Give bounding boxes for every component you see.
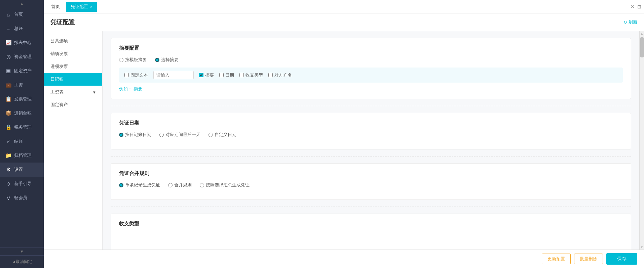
- checkbox-counterpart[interactable]: 对方户名: [268, 72, 292, 78]
- settings-icon: ⚙: [5, 167, 11, 173]
- nav-item-purchase-invoice[interactable]: 进项发票: [44, 60, 102, 73]
- refresh-icon: ↻: [623, 20, 627, 25]
- checkbox-summary[interactable]: 摘要: [199, 72, 214, 78]
- arrow-right-icon: ▾: [93, 90, 96, 95]
- checkbox-summary-input[interactable]: [199, 73, 203, 77]
- update-preview-btn[interactable]: 更新预置: [542, 254, 571, 264]
- save-btn[interactable]: 保存: [606, 253, 637, 265]
- sidebar-item-vip[interactable]: V 畅会员: [0, 191, 44, 205]
- fixed-text-input[interactable]: [153, 71, 194, 79]
- sidebar: ▲ ⌂ 首页 ≡ 总账 📈 报表中心 ◎ 资金管理 ▣ 固定资产 💼 工资 📋 …: [0, 0, 44, 268]
- merge-rules-radio-group: 单条记录生成凭证 合并规则 按照选择汇总生成凭证: [119, 182, 623, 188]
- nav-item-journal[interactable]: 日记账: [44, 73, 102, 86]
- summary-config-title: 摘要配置: [119, 45, 623, 51]
- left-nav: 公共选项 销项发票 进项发票 日记账 工资表 ▾ 固定资产: [44, 31, 103, 250]
- radio-last-day[interactable]: 对应期间最后一天: [159, 132, 200, 138]
- merge-rules-section: 凭证合并规则 单条记录生成凭证 合并规则 按照选择汇总生成凭证: [111, 163, 631, 200]
- checkbox-row: 固定文本 摘要 日期 收支类型: [119, 68, 623, 83]
- tax-icon: 🔒: [5, 124, 11, 130]
- sidebar-item-archive[interactable]: 📁 归档管理: [0, 148, 44, 163]
- example-text: 例如： 摘要: [119, 86, 623, 92]
- tab-close-btn[interactable]: ×: [90, 5, 92, 9]
- sidebar-item-report[interactable]: 📈 报表中心: [0, 36, 44, 50]
- sidebar-item-purchase-sale[interactable]: 📦 进销台账: [0, 106, 44, 120]
- nav-item-public[interactable]: 公共选项: [44, 35, 102, 47]
- scroll-down-arrow[interactable]: ▼: [640, 245, 644, 250]
- summary-config-section: 摘要配置 按模板摘要 选择摘要: [111, 38, 631, 99]
- fund-icon: ◎: [5, 54, 11, 60]
- divider-1: [111, 106, 631, 106]
- right-content: 摘要配置 按模板摘要 选择摘要: [103, 31, 639, 250]
- radio-journal-date-input[interactable]: [119, 133, 123, 137]
- main-area: 首页 凭证配置 × ✕ ⊡ 凭证配置 ↻ 刷新 公共选项 销项发票 进: [44, 0, 644, 268]
- scroll-thumb[interactable]: [640, 37, 644, 57]
- batch-delete-btn[interactable]: 批量删除: [574, 254, 603, 264]
- sidebar-item-settings[interactable]: ⚙ 设置: [0, 163, 44, 177]
- sidebar-scroll-down[interactable]: ▼: [0, 248, 44, 255]
- radio-select-summary-input[interactable]: [200, 183, 204, 187]
- guide-icon: ◇: [5, 181, 11, 187]
- closing-icon: ✓: [5, 138, 11, 144]
- radio-merge-input[interactable]: [168, 183, 173, 187]
- checkbox-fixed-text-input[interactable]: [124, 73, 129, 77]
- report-icon: 📈: [5, 40, 11, 46]
- radio-select[interactable]: 选择摘要: [155, 57, 179, 63]
- sidebar-item-closing[interactable]: ✓ 结账: [0, 134, 44, 148]
- divider-3: [111, 207, 631, 207]
- page-header: 凭证配置 ↻ 刷新: [44, 13, 644, 31]
- radio-last-day-input[interactable]: [159, 133, 164, 137]
- scroll-up-arrow[interactable]: ▲: [640, 31, 644, 36]
- checkbox-fixed-text[interactable]: 固定文本: [124, 72, 148, 78]
- sidebar-item-guide[interactable]: ◇ 新手引导: [0, 177, 44, 191]
- ledger-icon: ≡: [5, 26, 11, 32]
- radio-merge[interactable]: 合并规则: [168, 182, 192, 188]
- window-close-btn[interactable]: ✕: [631, 4, 635, 9]
- tab-actions: ✕ ⊡: [631, 4, 641, 9]
- refresh-btn[interactable]: ↻ 刷新: [623, 19, 637, 25]
- income-type-section: 收支类型: [111, 214, 631, 250]
- radio-single-input[interactable]: [119, 183, 123, 187]
- radio-template-input[interactable]: [119, 58, 123, 62]
- voucher-date-title: 凭证日期: [119, 120, 623, 126]
- sidebar-scroll-up[interactable]: ▲: [0, 0, 44, 7]
- purchase-sale-icon: 📦: [5, 110, 11, 116]
- income-type-title: 收支类型: [119, 221, 623, 227]
- nav-item-payroll[interactable]: 工资表 ▾: [44, 86, 102, 98]
- cancel-fixed-btn[interactable]: ◄ 取消固定: [0, 255, 44, 268]
- sidebar-item-invoice-mgmt[interactable]: 📋 发票管理: [0, 92, 44, 106]
- merge-rules-title: 凭证合并规则: [119, 170, 623, 177]
- radio-select-summary[interactable]: 按照选择汇总生成凭证: [200, 182, 250, 188]
- vip-icon: V: [5, 195, 11, 201]
- tab-voucher-config[interactable]: 凭证配置 ×: [66, 2, 97, 12]
- radio-template[interactable]: 按模板摘要: [119, 57, 147, 63]
- tab-home[interactable]: 首页: [46, 2, 65, 12]
- radio-custom-input[interactable]: [209, 133, 213, 137]
- radio-single[interactable]: 单条记录生成凭证: [119, 182, 160, 188]
- nav-item-fixed-asset[interactable]: 固定资产: [44, 98, 102, 111]
- salary-icon: 💼: [5, 82, 11, 88]
- voucher-date-radio-group: 按日记账日期 对应期间最后一天 自定义日期: [119, 132, 623, 138]
- divider-2: [111, 156, 631, 157]
- sidebar-item-home[interactable]: ⌂ 首页: [0, 7, 44, 21]
- nav-item-sales-invoice[interactable]: 销项发票: [44, 47, 102, 60]
- sidebar-item-ledger[interactable]: ≡ 总账: [0, 21, 44, 36]
- sidebar-item-fund[interactable]: ◎ 资金管理: [0, 50, 44, 64]
- checkbox-income-type[interactable]: 收支类型: [239, 72, 263, 78]
- page-title: 凭证配置: [50, 18, 75, 26]
- income-type-content: [119, 232, 623, 246]
- radio-custom[interactable]: 自定义日期: [209, 132, 236, 138]
- sidebar-item-tax[interactable]: 🔒 税务管理: [0, 120, 44, 134]
- sidebar-item-fixed-asset[interactable]: ▣ 固定资产: [0, 64, 44, 78]
- checkbox-income-type-input[interactable]: [239, 73, 244, 77]
- radio-select-input[interactable]: [155, 58, 159, 62]
- summary-radio-group: 按模板摘要 选择摘要: [119, 57, 623, 63]
- checkbox-date-input[interactable]: [219, 73, 224, 77]
- checkbox-counterpart-input[interactable]: [268, 73, 273, 77]
- inner-layout: 公共选项 销项发票 进项发票 日记账 工资表 ▾ 固定资产: [44, 31, 644, 250]
- bottom-bar: 更新预置 批量删除 保存: [44, 250, 644, 268]
- window-restore-btn[interactable]: ⊡: [637, 4, 641, 9]
- radio-journal-date[interactable]: 按日记账日期: [119, 132, 151, 138]
- archive-icon: 📁: [5, 152, 11, 159]
- sidebar-item-salary[interactable]: 💼 工资: [0, 78, 44, 92]
- checkbox-date[interactable]: 日期: [219, 72, 234, 78]
